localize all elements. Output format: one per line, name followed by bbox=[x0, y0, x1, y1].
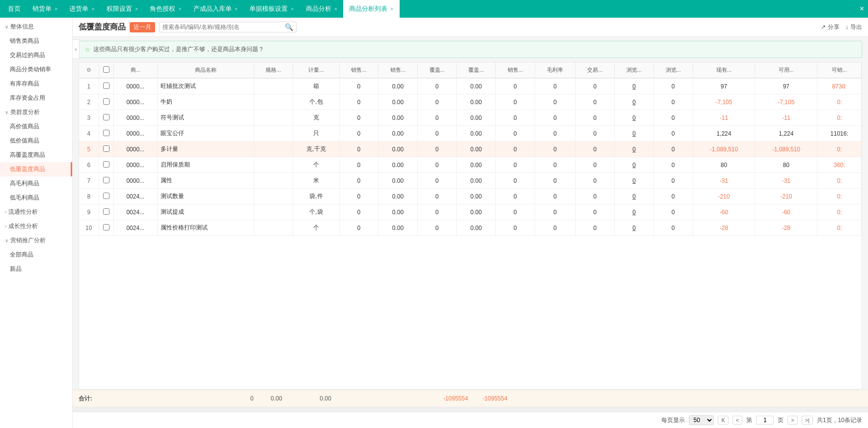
sidebar-item-low-margin[interactable]: 低毛利商品 bbox=[0, 191, 72, 205]
close-icon[interactable]: × bbox=[390, 6, 393, 12]
col-current[interactable]: 现有... bbox=[693, 62, 755, 78]
col-cover2[interactable]: 覆盖... bbox=[457, 62, 496, 78]
close-icon[interactable]: × bbox=[91, 6, 94, 12]
row-browse1[interactable]: 0 bbox=[615, 189, 654, 204]
col-code[interactable]: 商... bbox=[113, 62, 158, 78]
col-browse2[interactable]: 浏览... bbox=[653, 62, 693, 78]
sidebar-item-high-coverage[interactable]: 高覆盖度商品 bbox=[0, 148, 72, 162]
page-number-input[interactable] bbox=[756, 416, 774, 425]
sidebar-item-category-rate[interactable]: 商品分类动销率 bbox=[0, 62, 72, 77]
sidebar-item-all-goods[interactable]: 全部商品 bbox=[0, 248, 72, 262]
sidebar-item-inventory-value[interactable]: 库存资金占用 bbox=[0, 91, 72, 105]
sidebar-item-high-margin[interactable]: 高毛利商品 bbox=[0, 176, 72, 191]
close-icon[interactable]: × bbox=[54, 6, 57, 12]
row-checkbox[interactable] bbox=[103, 83, 109, 89]
nav-tab-warehouse[interactable]: 产成品入库单 × bbox=[188, 0, 244, 18]
col-available[interactable]: 可用... bbox=[755, 62, 817, 78]
sidebar-item-new-goods[interactable]: 新品 bbox=[0, 262, 72, 276]
row-checkbox[interactable] bbox=[103, 161, 109, 168]
horizontal-scrollbar[interactable] bbox=[73, 407, 868, 412]
close-icon[interactable]: × bbox=[235, 6, 238, 12]
col-settings[interactable]: ⚙ bbox=[79, 62, 99, 78]
row-browse1[interactable]: 0 bbox=[615, 204, 654, 220]
col-cover1[interactable]: 覆盖... bbox=[417, 62, 457, 78]
col-sales-amt[interactable]: 销售... bbox=[379, 62, 418, 78]
sidebar-item-in-stock[interactable]: 有库存商品 bbox=[0, 77, 72, 91]
search-input[interactable] bbox=[163, 24, 285, 30]
row-browse1[interactable]: 0 bbox=[615, 126, 654, 142]
close-icon[interactable]: × bbox=[178, 6, 181, 12]
nav-tab-home[interactable]: 首页 bbox=[2, 0, 27, 18]
row-browse2: 0 bbox=[653, 204, 693, 220]
row-unit: 个,包 bbox=[293, 94, 339, 110]
per-page-select[interactable]: 50 20 100 200 bbox=[689, 415, 714, 425]
row-checkbox[interactable] bbox=[103, 145, 109, 152]
nav-tab-analysis-list[interactable]: 商品分析列表 × bbox=[343, 0, 399, 18]
table-row: 7 0000... 属性 米 0 0.00 0 0.00 0 0 0 0 0 -… bbox=[79, 173, 862, 189]
export-button[interactable]: ↓ 导出 bbox=[845, 23, 862, 31]
sidebar-item-sales-goods[interactable]: 销售类商品 bbox=[0, 34, 72, 48]
sidebar-section-liquidity[interactable]: › 流通性分析 bbox=[0, 205, 72, 219]
last-page-button[interactable]: >| bbox=[802, 416, 813, 425]
row-browse1[interactable]: 0 bbox=[615, 78, 654, 94]
table-row: 9 0024... 测试提成 个,袋 0 0.00 0 0.00 0 0 0 0… bbox=[79, 204, 862, 220]
nav-tab-analysis[interactable]: 商品分析 × bbox=[300, 0, 343, 18]
col-sales2[interactable]: 销售... bbox=[496, 62, 535, 78]
row-browse1[interactable]: 0 bbox=[615, 220, 654, 236]
sidebar-section-cluster[interactable]: ∨ 类群度分析 bbox=[0, 105, 72, 119]
row-gross-rate: 0 bbox=[535, 189, 575, 204]
row-checkbox[interactable] bbox=[103, 130, 109, 136]
row-browse1[interactable]: 0 bbox=[615, 142, 654, 157]
row-sellable: 0: bbox=[817, 110, 862, 126]
sidebar-item-low-value[interactable]: 低价值商品 bbox=[0, 134, 72, 148]
row-checkbox[interactable] bbox=[103, 177, 109, 183]
row-cover1: 0 bbox=[417, 142, 457, 157]
row-browse1[interactable]: 0 bbox=[615, 94, 654, 110]
col-browse1[interactable]: 浏览... bbox=[615, 62, 654, 78]
col-sales-qty[interactable]: 销售... bbox=[339, 62, 379, 78]
settings-icon[interactable]: ⚙ bbox=[86, 67, 91, 73]
close-icon[interactable]: × bbox=[334, 6, 337, 12]
nav-tab-templates[interactable]: 单据模板设置 × bbox=[244, 0, 299, 18]
col-sellable[interactable]: 可销... bbox=[817, 62, 862, 78]
col-trade[interactable]: 交易... bbox=[575, 62, 615, 78]
col-spec[interactable]: 规格... bbox=[254, 62, 293, 78]
row-browse1[interactable]: 0 bbox=[615, 110, 654, 126]
nav-tab-permissions[interactable]: 权限设置 × bbox=[101, 0, 144, 18]
row-browse1[interactable]: 0 bbox=[615, 173, 654, 189]
close-all-button[interactable]: × bbox=[860, 4, 864, 13]
row-checkbox[interactable] bbox=[103, 224, 109, 230]
select-all-checkbox[interactable] bbox=[103, 66, 109, 73]
row-sellable: 360: bbox=[817, 157, 862, 173]
sidebar-section-marketing[interactable]: ∨ 营销推广分析 bbox=[0, 233, 72, 248]
nav-tab-sales[interactable]: 销货单 × bbox=[27, 0, 63, 18]
sidebar-section-overview[interactable]: ∨ 整体信息 bbox=[0, 20, 72, 34]
row-cover1: 0 bbox=[417, 110, 457, 126]
sidebar-collapse-button[interactable]: « bbox=[73, 39, 80, 59]
data-table: ⚙ 商... 商品名称 规格... 计量... 销售... 销售... 覆盖..… bbox=[79, 62, 862, 236]
first-page-button[interactable]: K bbox=[718, 416, 728, 425]
row-browse1[interactable]: 0 bbox=[615, 157, 654, 173]
sidebar-item-low-coverage[interactable]: 低覆盖度商品 bbox=[0, 162, 72, 176]
row-checkbox[interactable] bbox=[103, 114, 109, 120]
prev-page-button[interactable]: < bbox=[732, 416, 742, 425]
sidebar-item-high-value[interactable]: 高价值商品 bbox=[0, 119, 72, 134]
sidebar-item-traded-goods[interactable]: 交易过的商品 bbox=[0, 48, 72, 62]
nav-tab-roles[interactable]: 角色授权 × bbox=[144, 0, 187, 18]
row-checkbox[interactable] bbox=[103, 193, 109, 199]
col-gross-rate[interactable]: 毛利率 bbox=[535, 62, 575, 78]
close-icon[interactable]: × bbox=[291, 6, 294, 12]
close-icon[interactable]: × bbox=[135, 6, 138, 12]
nav-tab-purchase[interactable]: 进货单 × bbox=[63, 0, 100, 18]
row-spec bbox=[254, 204, 293, 220]
row-checkbox[interactable] bbox=[103, 98, 109, 105]
content-header: 低覆盖度商品 近一月 🔍 ↗ 分享 ↓ 导出 bbox=[73, 18, 868, 37]
time-filter-button[interactable]: 近一月 bbox=[130, 22, 155, 32]
next-page-button[interactable]: > bbox=[787, 416, 797, 425]
share-button[interactable]: ↗ 分享 bbox=[821, 23, 840, 31]
col-unit[interactable]: 计量... bbox=[293, 62, 339, 78]
sidebar-section-growth[interactable]: › 成长性分析 bbox=[0, 219, 72, 233]
row-cover2: 0.00 bbox=[457, 220, 496, 236]
col-name[interactable]: 商品名称 bbox=[158, 62, 254, 78]
row-checkbox[interactable] bbox=[103, 208, 109, 215]
